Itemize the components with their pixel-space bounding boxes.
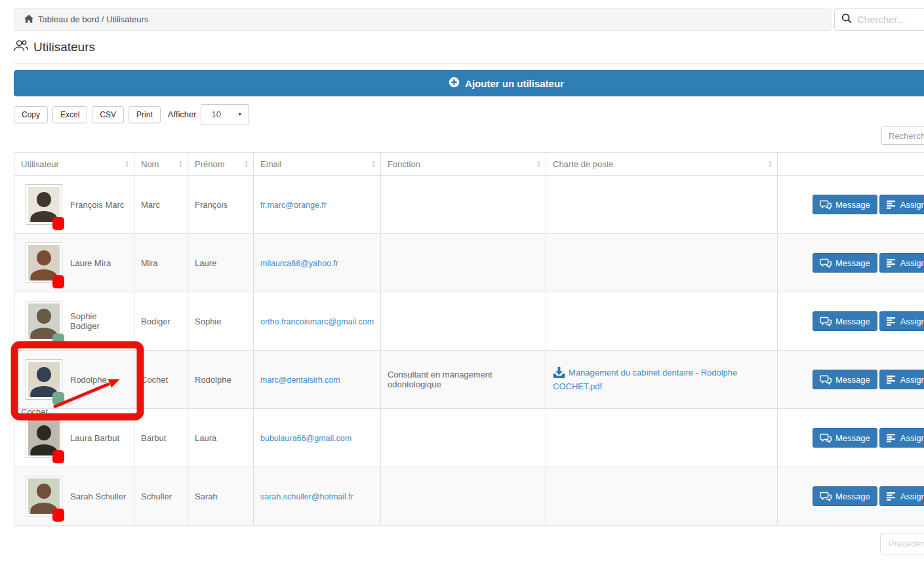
user-cell: Sophie Bodiger [21,301,127,341]
avatar [26,476,62,516]
fonction-cell [381,292,546,351]
actions-cell: Message Assigner [778,467,924,526]
charte-cell [546,176,778,234]
caret-down-icon: ▼ [237,111,243,117]
breadcrumb[interactable]: Tableau de bord / Utilisateurs [14,8,832,31]
assign-button[interactable]: Assigner [879,311,924,331]
table-row: François Marc Marc François fr.marc@oran… [14,176,924,234]
column-header-fonction[interactable]: Fonction▲▼ [381,153,546,176]
sort-arrows-icon: ▲▼ [125,160,129,168]
assign-list-icon [887,201,896,209]
table-search-text: Recherch [889,131,924,141]
charte-pdf-link[interactable]: Management du cabinet dentaire - Rodolph… [553,368,737,391]
status-badge [52,275,64,288]
email-link[interactable]: fr.marc@orange.fr [260,201,327,210]
assign-list-icon [887,317,896,326]
charte-cell [546,467,778,526]
message-button[interactable]: Message [813,370,877,389]
user-cell: Laura Barbut [21,417,127,458]
sort-arrows-icon: ▲▼ [244,160,249,168]
user-display-name-wrapped: Cochet [21,407,48,417]
sort-arrows-icon: ▲▼ [768,160,773,168]
email-link[interactable]: sarah.schuller@hotmail.fr [260,492,353,501]
assign-button[interactable]: Assigner [879,486,924,506]
status-badge [52,392,64,405]
user-display-name: Sophie Bodiger [70,311,127,331]
user-cell: Laure Mira [21,242,127,283]
excel-button[interactable]: Excel [52,106,87,123]
fonction-cell: Consultant en management odontologique [381,351,546,409]
message-button[interactable]: Message [813,486,877,506]
pagination-previous-label: Précédent [889,539,924,549]
table-row: Laure Mira Mira Laure milaurca66@yahoo.f… [14,234,924,292]
home-icon [24,14,33,25]
avatar [26,359,62,400]
prenom-cell: Laura [188,409,254,467]
page-length-value: 10 [212,109,221,119]
users-table: Utilisateur▲▼Nom▲▼Prénom▲▼Email▲▼Fonctio… [14,152,924,526]
column-header-utilisateur[interactable]: Utilisateur▲▼ [14,153,134,176]
pagination-previous-button[interactable]: Précédent [880,533,924,554]
assign-button[interactable]: Assigner [879,253,924,273]
status-badge [52,217,64,230]
message-button[interactable]: Message [813,195,877,214]
table-row: Sarah Schuller Schuller Sarah sarah.schu… [14,467,924,526]
user-cell: Rodolphe Cochet [21,359,127,400]
assign-list-icon [887,259,896,267]
charte-cell [546,234,778,292]
email-link[interactable]: bubulaura66@gmail.com [260,434,352,443]
charte-cell [546,409,778,467]
avatar [26,301,62,341]
assign-list-icon [887,434,896,442]
fonction-cell [381,409,546,467]
status-badge [52,450,64,463]
title-divider [14,63,924,64]
email-link[interactable]: milaurca66@yahoo.fr [260,259,338,268]
download-icon [553,367,565,378]
csv-button[interactable]: CSV [92,106,124,123]
nom-cell: Bodiger [134,292,188,351]
message-button[interactable]: Message [813,253,877,273]
copy-button[interactable]: Copy [14,106,48,123]
plus-circle-icon [449,77,460,90]
message-icon [820,200,832,210]
user-display-name: Laure Mira [70,258,111,268]
message-icon [820,433,832,443]
email-link[interactable]: ortho.francoismarc@gmail.com [260,317,374,326]
assign-button[interactable]: Assigner [879,370,924,389]
column-header-email[interactable]: Email▲▼ [254,153,381,176]
global-search-input[interactable] [857,14,924,25]
email-cell: marc@dentalsirh.com [254,351,381,409]
actions-cell: Message Assigner [778,409,924,467]
table-search-input[interactable]: Recherch [881,126,924,145]
message-icon [820,375,832,385]
nom-cell: Marc [134,176,188,234]
global-search-box[interactable] [834,8,924,31]
user-table-body: François Marc Marc François fr.marc@oran… [14,176,924,526]
print-button[interactable]: Print [129,106,161,123]
table-toolbar: Copy Excel CSV Print Afficher 10 ▼ [14,104,249,125]
prenom-cell: Laure [188,234,254,292]
assign-list-icon [887,492,896,501]
actions-cell: Message Assigner [778,234,924,292]
column-header-charte-de-poste[interactable]: Charte de poste▲▼ [546,153,778,176]
page-title-text: Utilisateurs [33,40,95,54]
fonction-cell [381,234,546,292]
message-icon [820,492,832,501]
message-button[interactable]: Message [813,428,877,448]
sort-arrows-icon: ▲▼ [178,160,183,168]
message-icon [820,258,832,268]
assign-button[interactable]: Assigner [879,428,924,448]
table-row: Sophie Bodiger Bodiger Sophie ortho.fran… [14,292,924,351]
column-header-prénom[interactable]: Prénom▲▼ [188,153,254,176]
email-link[interactable]: marc@dentalsirh.com [260,376,340,385]
page-title: Utilisateurs [14,39,95,55]
email-cell: sarah.schuller@hotmail.fr [254,467,381,526]
page-length-select[interactable]: 10 ▼ [201,104,249,125]
message-button[interactable]: Message [813,311,877,331]
column-header-nom[interactable]: Nom▲▼ [134,153,188,176]
sort-arrows-icon: ▲▼ [371,160,376,168]
email-cell: bubulaura66@gmail.com [254,409,381,467]
assign-button[interactable]: Assigner [879,195,924,214]
add-user-button[interactable]: Ajouter un utilisateur [14,70,924,96]
